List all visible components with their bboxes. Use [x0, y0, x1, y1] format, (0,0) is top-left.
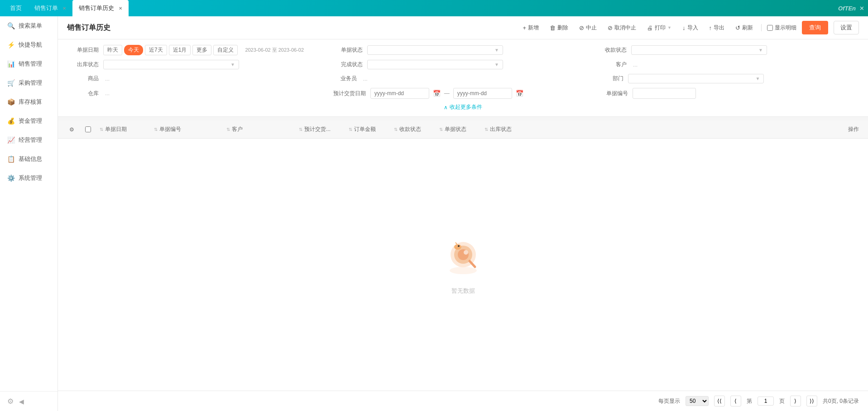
delete-button[interactable]: 🗑 删除 — [547, 22, 571, 34]
date-custom-btn[interactable]: 自定义 — [213, 45, 238, 55]
sort-number-icon: ⇅ — [154, 127, 158, 132]
sales-rep-picker[interactable]: ... — [361, 76, 369, 82]
first-page-btn[interactable]: ⟨⟨ — [714, 396, 725, 406]
calendar-end-icon[interactable]: 📅 — [516, 90, 523, 97]
stop-icon: ⊘ — [579, 24, 584, 31]
th-date-label: 单据日期 — [105, 126, 127, 133]
import-button[interactable]: ↓ 导入 — [680, 22, 701, 34]
bill-status-select[interactable]: ▼ — [367, 45, 503, 55]
sidebar-item-inventory[interactable]: 📦 库存核算 — [0, 92, 58, 111]
sidebar: 🔍 搜索菜单 ⚡ 快捷导航 📊 销售管理 🛒 采购管理 📦 库存核算 💰 资金管… — [0, 16, 58, 411]
th-amount[interactable]: ⇅ 订单金额 — [345, 126, 390, 133]
bill-number-input[interactable] — [633, 88, 696, 99]
delete-label: 删除 — [557, 24, 568, 32]
th-customer[interactable]: ⇅ 客户 — [223, 126, 295, 133]
brand-label: OfTEn — [838, 5, 856, 12]
display-toggle-checkbox[interactable] — [767, 25, 773, 31]
department-select[interactable]: ▼ — [628, 74, 764, 83]
complete-status-label: 完成状态 — [331, 61, 367, 68]
last-page-btn[interactable]: ⟩⟩ — [806, 396, 817, 406]
th-date[interactable]: ⇅ 单据日期 — [96, 126, 150, 133]
th-checkbox[interactable] — [80, 126, 96, 132]
th-amount-label: 订单金额 — [354, 126, 376, 133]
refresh-button[interactable]: ↺ 刷新 — [733, 22, 756, 34]
tab-sales-order[interactable]: 销售订单 ✕ — [28, 0, 72, 16]
th-delivery-status[interactable]: ⇅ 出库状态 — [481, 126, 526, 133]
collapse-arrow-icon: ∧ — [444, 104, 448, 111]
top-close-btn[interactable]: ✕ — [859, 5, 864, 12]
th-action: 操作 — [526, 126, 863, 133]
sidebar-item-purchase-mgmt[interactable]: 🛒 采购管理 — [0, 73, 58, 92]
sidebar-collapse-icon[interactable]: ◀ — [19, 398, 24, 405]
query-button[interactable]: 查询 — [802, 21, 828, 34]
filter-row-1: 单据日期 昨天 今天 近7天 近1月 更多 自定义 2023-06-02 至 2… — [67, 45, 859, 55]
sidebar-item-operations[interactable]: 📈 经营管理 — [0, 131, 58, 150]
sidebar-item-search-menu-label: 搜索菜单 — [19, 22, 42, 30]
tab-sales-order-close[interactable]: ✕ — [62, 6, 66, 11]
payment-status-select[interactable]: ▼ — [631, 45, 767, 55]
th-customer-label: 客户 — [232, 126, 243, 133]
sort-amount-icon: ⇅ — [349, 127, 352, 132]
add-button[interactable]: + 新增 — [520, 22, 542, 34]
calendar-start-icon[interactable]: 📅 — [433, 90, 441, 97]
display-toggle-label[interactable]: 显示明细 — [767, 24, 796, 32]
tab-sales-order-history-close[interactable]: ✕ — [119, 6, 122, 11]
th-settings[interactable]: ⚙ — [63, 126, 80, 133]
th-payment-status[interactable]: ⇅ 收款状态 — [390, 126, 436, 133]
next-page-btn[interactable]: ⟩ — [790, 396, 801, 406]
customer-picker[interactable]: ... — [631, 62, 639, 68]
sidebar-item-finance-label: 资金管理 — [19, 117, 42, 125]
export-label: 导出 — [714, 24, 724, 32]
collapse-button[interactable]: ∧ 收起更多条件 — [444, 103, 482, 111]
select-all-checkbox[interactable] — [85, 126, 91, 132]
finance-icon: 💰 — [7, 117, 15, 125]
table-area: ⚙ ⇅ 单据日期 ⇅ 单据编号 ⇅ 客户 ⇅ — [58, 121, 868, 391]
sidebar-item-basic-info[interactable]: 📋 基础信息 — [0, 150, 58, 169]
date-separator: — — [444, 90, 450, 97]
tab-home[interactable]: 首页 — [4, 0, 28, 16]
per-page-select[interactable]: 50 10 20 100 — [686, 396, 709, 406]
payment-status-label: 收款状态 — [595, 46, 631, 54]
print-icon: 🖨 — [647, 24, 653, 31]
th-payment-label: 收款状态 — [399, 126, 421, 133]
print-button[interactable]: 🖨 打印 ▼ — [644, 22, 674, 34]
date-last7-btn[interactable]: 近7天 — [145, 45, 167, 55]
sidebar-item-search-menu[interactable]: 🔍 搜索菜单 — [0, 16, 58, 35]
add-label: 新增 — [528, 24, 539, 32]
page-label-before: 第 — [747, 397, 752, 405]
date-yesterday-btn[interactable]: 昨天 — [103, 45, 122, 55]
th-number[interactable]: ⇅ 单据编号 — [150, 126, 223, 133]
delivery-date-end-input[interactable] — [453, 88, 512, 99]
export-button[interactable]: ↑ 导出 — [706, 22, 728, 34]
tab-sales-order-history[interactable]: 销售订单历史 ✕ — [72, 0, 129, 16]
date-last-month-btn[interactable]: 近1月 — [169, 45, 191, 55]
refresh-label: 刷新 — [742, 24, 753, 32]
date-more-btn[interactable]: 更多 — [192, 45, 211, 55]
bill-status-dropdown-icon: ▼ — [494, 48, 499, 53]
cancel-stop-button[interactable]: ⊘ 取消中止 — [605, 22, 639, 34]
sort-payment-icon: ⇅ — [394, 127, 398, 132]
th-bill-status[interactable]: ⇅ 单据状态 — [436, 126, 481, 133]
sidebar-item-sales-mgmt[interactable]: 📊 销售管理 — [0, 54, 58, 73]
complete-status-select[interactable]: ▼ — [367, 60, 503, 69]
sidebar-item-system-mgmt[interactable]: ⚙️ 系统管理 — [0, 169, 58, 188]
prev-page-btn[interactable]: ⟨ — [730, 396, 741, 406]
product-picker[interactable]: ... — [103, 76, 111, 82]
top-bar-right: OfTEn ✕ — [838, 5, 864, 12]
customer-label: 客户 — [595, 61, 631, 68]
filter-date-content: 昨天 今天 近7天 近1月 更多 自定义 2023-06-02 至 2023-0… — [103, 45, 331, 55]
sales-rep-label: 业务员 — [334, 75, 361, 82]
sidebar-item-quick-nav[interactable]: ⚡ 快捷导航 — [0, 35, 58, 54]
sidebar-settings-icon[interactable]: ⚙ — [7, 397, 14, 406]
delivery-status-select[interactable]: ▼ — [103, 60, 239, 69]
warehouse-picker[interactable]: ... — [103, 90, 111, 97]
th-delivery-label: 预计交货... — [304, 126, 331, 133]
delivery-status-dropdown-icon: ▼ — [230, 62, 235, 67]
stop-button[interactable]: ⊘ 中止 — [576, 22, 599, 34]
delivery-date-start-input[interactable] — [370, 88, 429, 99]
date-today-btn[interactable]: 今天 — [124, 45, 143, 55]
page-number-input[interactable] — [758, 396, 774, 406]
sidebar-item-finance[interactable]: 💰 资金管理 — [0, 111, 58, 131]
settings-button[interactable]: 设置 — [834, 21, 859, 34]
th-delivery[interactable]: ⇅ 预计交货... — [295, 126, 345, 133]
